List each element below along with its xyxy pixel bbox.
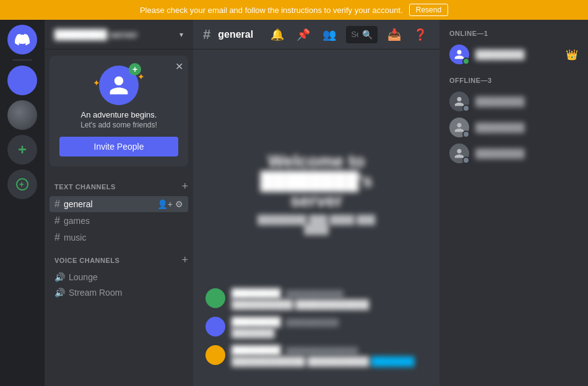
chat-area: Welcome to ████████'s server ████████ ██… (193, 49, 439, 386)
message-time-3: ███████████████ (285, 347, 358, 354)
server-sidebar: + (0, 20, 45, 386)
message-author-2: ████████ (231, 317, 280, 327)
pin-icon[interactable]: 📌 (294, 25, 313, 44)
member-avatar-wrap-offline-3 (449, 144, 469, 163)
add-server-icon[interactable]: + (7, 135, 37, 165)
text-channels-section: Text Channels + # general 👤+ ⚙ # games #… (45, 178, 193, 246)
welcome-message: Welcome to ████████'s server ████████ ██… (255, 152, 378, 234)
member-avatar-wrap-online-1 (449, 45, 469, 64)
member-status-online (462, 58, 470, 65)
channel-item-streamroom[interactable]: 🔊 Stream Room (50, 285, 188, 300)
discord-logo-icon (15, 32, 30, 47)
invite-popup-title: An adventure begins. (59, 110, 178, 119)
add-voice-channel-icon[interactable]: + (181, 254, 188, 267)
topbar-channel-name: general (218, 29, 253, 40)
invite-people-button[interactable]: Invite People (59, 137, 178, 157)
compass-svg-icon (15, 177, 30, 192)
message-text-2: ███████ (231, 328, 427, 338)
list-item[interactable]: ████████ (444, 115, 583, 140)
hash-icon-games: # (54, 215, 60, 226)
main-content: # general 🔔 📌 👥 🔍 📥 ❓ Welcome to ███████… (193, 20, 439, 386)
server-header-arrow-icon: ▾ (179, 30, 183, 39)
message-author-1: ████████ (231, 288, 280, 298)
channel-name-general: general (64, 199, 153, 209)
list-item[interactable]: ████████ (444, 89, 583, 114)
message-time-1: ████████████ (285, 290, 344, 298)
search-magnifier-icon: 🔍 (362, 30, 373, 40)
server-header[interactable]: ████████ server ▾ (45, 20, 193, 49)
invite-to-channel-icon[interactable]: 👤+ (157, 199, 173, 209)
welcome-title: Welcome to ████████'s server (255, 152, 378, 211)
sparkle-left-icon: ✦ (93, 78, 100, 88)
help-icon[interactable]: ❓ (411, 25, 430, 44)
members-icon[interactable]: 👥 (320, 25, 339, 44)
crown-badge-icon: 👑 (566, 49, 578, 61)
add-text-channel-icon[interactable]: + (181, 180, 188, 193)
table-row: ████████ ████████████ ██████████ ███████… (205, 288, 427, 309)
chat-messages-list: ████████ ████████████ ██████████ ███████… (205, 288, 427, 374)
channel-general-actions: 👤+ ⚙ (157, 199, 183, 209)
channel-item-general[interactable]: # general 👤+ ⚙ (50, 196, 188, 212)
channel-item-lounge[interactable]: 🔊 Lounge (50, 270, 188, 285)
search-box[interactable]: 🔍 (346, 26, 378, 43)
hash-icon-music: # (54, 232, 60, 243)
inbox-icon[interactable]: 📥 (385, 25, 404, 44)
channel-name-streamroom: Stream Room (69, 288, 183, 298)
notification-bell-icon[interactable]: 🔔 (268, 25, 287, 44)
message-link[interactable]: ███████ (371, 356, 414, 366)
search-input[interactable] (351, 30, 358, 39)
offline-section-label: OFFLINE—3 (444, 77, 583, 84)
channel-name-games: games (64, 216, 183, 226)
resend-button[interactable]: Resend (409, 4, 448, 16)
member-name-online-1: ████████ (475, 49, 558, 59)
server-divider (12, 59, 32, 61)
message-header-2: ████████ ███████████ (231, 317, 427, 327)
member-status-offline-3 (462, 157, 470, 164)
message-text-3: ████████████ ██████████ ███████ (231, 356, 427, 366)
channel-sidebar: ████████ server ▾ ✕ ✦ + ✦ An adventure b… (45, 20, 193, 386)
invite-popup-close-button[interactable]: ✕ (175, 61, 183, 72)
server-name: ████████ server (54, 29, 137, 40)
verification-banner: Please check your email and follow the i… (0, 0, 588, 20)
topbar-hash-icon: # (203, 27, 210, 43)
member-status-offline-1 (462, 105, 470, 112)
channel-name-lounge: Lounge (69, 272, 183, 282)
message-time-2: ███████████ (285, 319, 339, 326)
voice-channels-header[interactable]: Voice Channels + (45, 251, 193, 269)
welcome-subtitle: ████████ ███ ████ ███ ████ (255, 215, 378, 234)
member-name-offline-3: ████████ (475, 148, 578, 158)
avatar-default-icon (108, 74, 130, 96)
channel-item-music[interactable]: # music (50, 229, 188, 246)
server-icon-1[interactable] (7, 66, 37, 95)
invite-avatar-area: ✦ + ✦ (99, 66, 139, 105)
text-channels-label: Text Channels (54, 183, 116, 191)
message-content-3: ████████ ███████████████ ████████████ ██… (231, 345, 427, 366)
list-item[interactable]: ████████ (444, 141, 583, 166)
sparkle-right-icon: ✦ (137, 72, 145, 82)
voice-channels-section: Voice Channels + 🔊 Lounge 🔊 Stream Room (45, 251, 193, 301)
avatar (205, 288, 225, 308)
channel-name-music: music (64, 233, 183, 242)
message-text-1: ██████████ ████████████ (231, 299, 427, 309)
discover-icon[interactable] (7, 169, 37, 199)
home-server-icon[interactable] (7, 25, 37, 54)
server-icon-2[interactable] (7, 100, 37, 130)
message-author-3: ████████ (231, 345, 280, 355)
member-name-offline-1: ████████ (475, 96, 578, 106)
invite-popup-subtitle: Let's add some friends! (59, 121, 178, 129)
app-body: + ████████ server ▾ ✕ ✦ + ✦ (0, 20, 588, 386)
avatar (205, 345, 225, 365)
member-name-offline-2: ████████ (475, 122, 578, 132)
list-item[interactable]: ████████ 👑 (444, 42, 583, 67)
hash-icon: # (54, 199, 60, 210)
channel-topbar: # general 🔔 📌 👥 🔍 📥 ❓ (193, 20, 439, 49)
message-header-3: ████████ ███████████████ (231, 345, 427, 355)
member-list: ONLINE—1 ████████ 👑 OFFLINE—3 (439, 20, 588, 386)
table-row: ████████ ███████████ ███████ (205, 317, 427, 338)
banner-text: Please check your email and follow the i… (140, 6, 403, 15)
channel-settings-icon[interactable]: ⚙ (175, 199, 183, 209)
member-status-offline-2 (462, 131, 470, 138)
text-channels-header[interactable]: Text Channels + (45, 178, 193, 195)
voice-icon-streamroom: 🔊 (54, 288, 65, 298)
channel-item-games[interactable]: # games (50, 213, 188, 229)
